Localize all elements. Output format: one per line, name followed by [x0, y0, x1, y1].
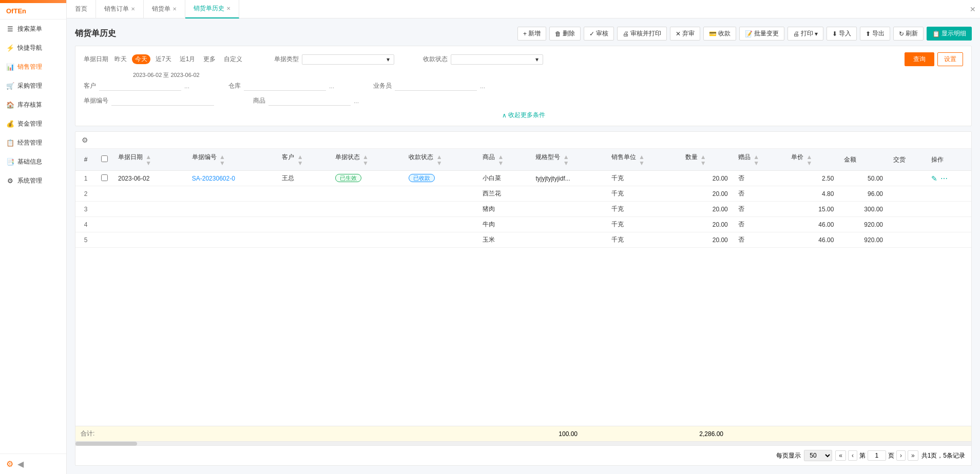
tab-home[interactable]: 首页: [67, 0, 96, 18]
date-btn-1month[interactable]: 近1月: [177, 54, 199, 64]
tab-sales-order-close[interactable]: ✕: [131, 6, 135, 12]
select-all-checkbox[interactable]: [101, 155, 108, 162]
settings-button[interactable]: 设置: [937, 52, 963, 66]
export-button[interactable]: ⬆ 导出: [860, 27, 890, 41]
show-detail-label: 显示明细: [941, 29, 966, 38]
cell-action: [926, 232, 971, 248]
cell-no: 1: [75, 171, 96, 186]
tab-sales-bill[interactable]: 销货单 ✕: [144, 0, 185, 18]
sidebar-item-sys-mgmt[interactable]: ⚙ 系统管理: [0, 171, 66, 190]
filter-row-date-range: 2023-06-02 至 2023-06-02: [84, 71, 963, 79]
row-checkbox[interactable]: [101, 174, 108, 181]
abandon-button[interactable]: ✕ 弃审: [670, 27, 700, 41]
filter-salesperson-dots[interactable]: ...: [480, 83, 485, 90]
date-btn-7days[interactable]: 近7天: [152, 54, 175, 64]
query-button[interactable]: 查询: [905, 52, 934, 66]
sidebar-item-purchase-mgmt[interactable]: 🛒 采购管理: [0, 76, 66, 95]
col-checkbox[interactable]: [96, 149, 113, 171]
filter-type-select[interactable]: ▾: [302, 54, 394, 65]
horizontal-scrollbar[interactable]: [75, 441, 971, 445]
import-button[interactable]: ⬇ 导入: [827, 27, 857, 41]
sidebar-item-inventory[interactable]: 🏠 库存核算: [0, 95, 66, 114]
edit-icon[interactable]: ✎: [931, 174, 937, 183]
col-qty[interactable]: 数量 ▲▼: [680, 149, 733, 171]
cell-payment-status: 已收款: [403, 171, 477, 186]
page-input[interactable]: [868, 450, 886, 461]
tab-sales-history[interactable]: 销货单历史 ✕: [185, 0, 239, 18]
cell-amount: 920.00: [839, 217, 888, 232]
sort-price-icon: ▲▼: [806, 154, 812, 166]
sidebar-item-quick-nav[interactable]: ⚡ 快捷导航: [0, 38, 66, 57]
sidebar-item-sales-mgmt[interactable]: 📊 销售管理: [0, 57, 66, 76]
cell-price: 15.00: [786, 202, 839, 217]
filter-customer-dots[interactable]: ...: [184, 83, 189, 90]
last-page-button[interactable]: »: [908, 450, 918, 461]
date-btn-yesterday[interactable]: 昨天: [111, 54, 130, 64]
sidebar-item-finance-mgmt[interactable]: 💰 资金管理: [0, 114, 66, 133]
table-scroll[interactable]: # 单据日期 ▲▼ 单据编号 ▲▼ 客户 ▲▼ 单据状态 ▲▼ 收款状态 ▲▼ …: [75, 149, 971, 426]
collapse-button[interactable]: ∧ 收起更多条件: [84, 111, 963, 120]
prev-page-button[interactable]: ‹: [848, 450, 857, 461]
scroll-thumb[interactable]: [75, 442, 137, 446]
filter-row-2: 客户 ... 仓库 ... 业务员 ...: [84, 81, 963, 91]
print-button[interactable]: 🖨 打印 ▾: [787, 27, 823, 41]
col-doc-status[interactable]: 单据状态 ▲▼: [330, 149, 404, 171]
filter-payment-status-select[interactable]: ▾: [451, 54, 543, 65]
cell-checkbox[interactable]: [96, 171, 113, 186]
col-doc-date[interactable]: 单据日期 ▲▼: [113, 149, 187, 171]
sidebar-item-search-menu[interactable]: ☰ 搜索菜单: [0, 19, 66, 38]
filter-product-dots[interactable]: ...: [354, 97, 359, 105]
sidebar-collapse-icon[interactable]: ◀: [17, 459, 24, 469]
filter-warehouse-dots[interactable]: ...: [329, 83, 334, 90]
refresh-button[interactable]: ↻ 刷新: [893, 27, 924, 41]
filter-customer-input[interactable]: [99, 81, 181, 91]
filter-docno-input[interactable]: [111, 96, 214, 106]
date-btn-custom[interactable]: 自定义: [221, 54, 245, 64]
page-header: 销货单历史 + 新增 🗑 删除 ✓ 审核 🖨 审核并打印: [75, 27, 972, 41]
col-unit[interactable]: 销售单位 ▲▼: [606, 149, 680, 171]
cell-checkbox[interactable]: [96, 217, 113, 232]
sidebar-item-ops-mgmt[interactable]: 📋 经营管理: [0, 133, 66, 152]
cell-checkbox[interactable]: [96, 202, 113, 217]
tab-sales-order[interactable]: 销售订单 ✕: [96, 0, 144, 18]
cell-doc-no: [187, 232, 277, 248]
delete-button[interactable]: 🗑 删除: [549, 27, 581, 41]
col-gift[interactable]: 赠品 ▲▼: [733, 149, 786, 171]
tab-bar-close[interactable]: ✕: [970, 5, 980, 13]
tab-sales-history-close[interactable]: ✕: [226, 6, 230, 11]
date-btn-more[interactable]: 更多: [200, 54, 219, 64]
main-area: 首页 销售订单 ✕ 销货单 ✕ 销货单历史 ✕ ✕ 销货单历史 + 新增: [67, 0, 980, 474]
col-customer[interactable]: 客户 ▲▼: [277, 149, 330, 171]
sidebar-item-basic-info[interactable]: 📑 基础信息: [0, 152, 66, 171]
receive-button[interactable]: 💳 收款: [703, 27, 736, 41]
filter-salesperson-input[interactable]: [395, 81, 477, 91]
first-page-button[interactable]: «: [835, 450, 846, 461]
show-detail-button[interactable]: 📋 显示明细: [927, 27, 972, 41]
next-page-button[interactable]: ›: [896, 450, 906, 461]
sidebar-settings-icon[interactable]: ⚙: [6, 459, 13, 469]
filter-warehouse-input[interactable]: [244, 81, 326, 91]
add-button[interactable]: + 新增: [517, 27, 546, 41]
table-settings-icon[interactable]: ⚙: [82, 136, 88, 144]
col-product[interactable]: 商品 ▲▼: [477, 149, 530, 171]
more-icon[interactable]: ⋯: [940, 174, 948, 183]
audit-button[interactable]: ✓ 审核: [584, 27, 614, 41]
col-payment-status[interactable]: 收款状态 ▲▼: [403, 149, 477, 171]
sidebar-item-label: 基础信息: [17, 157, 42, 166]
date-btn-today[interactable]: 今天: [132, 54, 150, 64]
cell-checkbox[interactable]: [96, 186, 113, 202]
batch-change-button[interactable]: 📝 批量变更: [739, 27, 784, 41]
cell-doc-no: [187, 202, 277, 217]
filter-product-input[interactable]: [268, 96, 351, 106]
col-doc-no[interactable]: 单据编号 ▲▼: [187, 149, 277, 171]
col-price[interactable]: 单价 ▲▼: [786, 149, 839, 171]
page-size-select[interactable]: 50 100 200: [804, 450, 832, 461]
audit-print-button[interactable]: 🖨 审核并打印: [617, 27, 667, 41]
cell-unit: 千克: [606, 171, 680, 186]
cell-checkbox[interactable]: [96, 232, 113, 248]
tab-sales-bill-close[interactable]: ✕: [172, 6, 177, 12]
cell-action: [926, 186, 971, 202]
filter-docno-item: 单据编号: [84, 96, 214, 106]
col-spec[interactable]: 规格型号 ▲▼: [530, 149, 606, 171]
col-action: 操作: [926, 149, 971, 171]
